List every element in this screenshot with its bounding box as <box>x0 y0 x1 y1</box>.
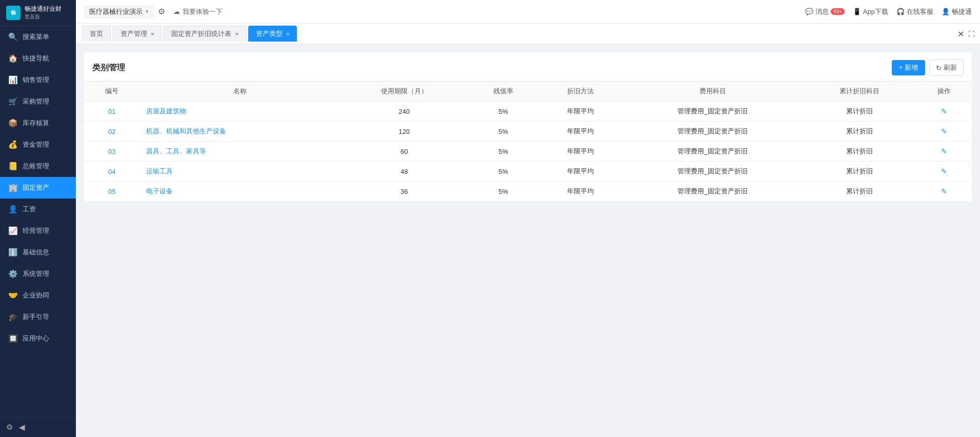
cell-action: ✎ <box>916 162 972 182</box>
col-expense: 费用科目 <box>623 82 803 102</box>
app-download-label: App下载 <box>863 7 888 16</box>
try-experience-button[interactable]: ☁ 我要体验一下 <box>169 5 227 18</box>
cell-expense: 管理费用_固定资产折旧 <box>623 122 803 142</box>
sidebar-item-base-info[interactable]: ℹ️ 基础信息 <box>0 242 76 263</box>
sidebar-item-label: 采购管理 <box>23 97 49 106</box>
sidebar-item-label: 资金管理 <box>23 140 49 149</box>
user-icon: 👤 <box>942 8 950 15</box>
cell-name[interactable]: 运输工具 <box>140 162 341 182</box>
app-selector[interactable]: 医疗器械行业演示 ▾ <box>84 5 154 18</box>
cell-code: 05 <box>84 182 140 202</box>
sidebar-item-ledger[interactable]: 📒 总账管理 <box>0 155 76 177</box>
cell-expense: 管理费用_固定资产折旧 <box>623 102 803 122</box>
refresh-button[interactable]: ↻ 刷新 <box>929 59 964 76</box>
sidebar-nav: 🔍 搜索菜单 🏠 快捷导航 📊 销售管理 🛒 采购管理 📦 库存核算 💰 资金管… <box>0 26 76 417</box>
topbar-right: 💬 消息 99+ 📱 App下载 🎧 在线客服 👤 畅捷通 <box>805 7 972 16</box>
window-close-icon[interactable]: ✕ <box>957 29 964 39</box>
cell-residual: 5% <box>468 142 538 162</box>
logo-icon: 畅 <box>6 6 21 20</box>
main-area: 医疗器械行业演示 ▾ ⚙ ☁ 我要体验一下 💬 消息 99+ 📱 App下载 🎧… <box>76 0 980 437</box>
cloud-icon: ☁ <box>173 8 180 15</box>
sidebar-item-label: 经营管理 <box>23 226 49 235</box>
cell-method: 年限平均 <box>538 122 623 142</box>
edit-icon[interactable]: ✎ <box>941 187 947 195</box>
online-service-button[interactable]: 🎧 在线客服 <box>896 7 933 16</box>
sidebar-item-search[interactable]: 🔍 搜索菜单 <box>0 26 76 48</box>
tab-asset-management-close[interactable]: × <box>151 31 154 37</box>
cell-period: 60 <box>340 142 468 162</box>
category-panel: 类别管理 + 新增 ↻ 刷新 编号 名称 使用期限（月） 残值率 <box>84 52 972 202</box>
sidebar-item-purchase[interactable]: 🛒 采购管理 <box>0 91 76 112</box>
gear-icon: ⚙️ <box>8 269 17 279</box>
tab-depreciation-report-close[interactable]: × <box>235 31 238 37</box>
collapse-icon[interactable]: ◀ <box>19 423 25 432</box>
message-button[interactable]: 💬 消息 99+ <box>805 7 845 16</box>
edit-icon[interactable]: ✎ <box>941 147 947 155</box>
edit-icon[interactable]: ✎ <box>941 107 947 115</box>
sidebar-item-label: 销售管理 <box>23 75 49 85</box>
col-code: 编号 <box>84 82 140 102</box>
tab-home-label: 首页 <box>90 29 103 38</box>
cell-code: 02 <box>84 122 140 142</box>
sidebar-item-label: 新手引导 <box>23 312 49 322</box>
sidebar-item-sales[interactable]: 📊 销售管理 <box>0 69 76 91</box>
sidebar-item-capital[interactable]: 💰 资金管理 <box>0 134 76 155</box>
trend-icon: 📈 <box>8 226 17 235</box>
tab-asset-management-label: 资产管理 <box>121 29 147 38</box>
apps-icon: 🔲 <box>8 334 17 343</box>
sidebar-item-app-center[interactable]: 🔲 应用中心 <box>0 328 76 349</box>
sidebar-item-salary[interactable]: 👤 工资 <box>0 198 76 220</box>
tab-asset-type-label: 资产类型 <box>256 29 283 38</box>
tab-asset-management[interactable]: 资产管理 × <box>113 26 162 42</box>
settings-bottom-icon[interactable]: ⚙ <box>6 423 13 432</box>
tab-home[interactable]: 首页 <box>82 26 111 42</box>
sidebar-item-quick-nav[interactable]: 🏠 快捷导航 <box>0 48 76 69</box>
cell-name[interactable]: 房屋及建筑物 <box>140 102 341 122</box>
tab-asset-type-close[interactable]: × <box>286 31 289 37</box>
app-download-button[interactable]: 📱 App下载 <box>853 7 888 16</box>
cell-action: ✎ <box>916 122 972 142</box>
cell-name[interactable]: 器具、工具、家具等 <box>140 142 341 162</box>
message-label: 消息 <box>815 7 829 16</box>
cell-method: 年限平均 <box>538 162 623 182</box>
col-residual: 残值率 <box>468 82 538 102</box>
refresh-icon: ↻ <box>936 64 942 72</box>
sidebar-item-fixed-assets[interactable]: 🏢 固定资产 <box>0 177 76 198</box>
chart-icon: 📊 <box>8 75 17 85</box>
edit-icon[interactable]: ✎ <box>941 127 947 135</box>
sidebar-item-inventory[interactable]: 📦 库存核算 <box>0 112 76 134</box>
cell-expense: 管理费用_固定资产折旧 <box>623 162 803 182</box>
cell-action: ✎ <box>916 102 972 122</box>
info-icon: ℹ️ <box>8 248 17 257</box>
home-icon: 🏠 <box>8 54 17 63</box>
sidebar-item-system[interactable]: ⚙️ 系统管理 <box>0 263 76 285</box>
panel-header: 类别管理 + 新增 ↻ 刷新 <box>84 52 972 81</box>
content-area: 类别管理 + 新增 ↻ 刷新 编号 名称 使用期限（月） 残值率 <box>76 44 980 437</box>
settings-icon[interactable]: ⚙ <box>158 7 165 16</box>
tabs-bar: 首页 资产管理 × 固定资产折旧统计表 × 资产类型 × ✕ ⛶ <box>76 24 980 44</box>
cell-method: 年限平均 <box>538 182 623 202</box>
handshake-icon: 🤝 <box>8 291 17 300</box>
col-accumulated: 累计折旧科目 <box>803 82 916 102</box>
col-action: 操作 <box>916 82 972 102</box>
online-service-label: 在线客服 <box>907 7 933 16</box>
cell-name[interactable]: 电子设备 <box>140 182 341 202</box>
building-icon: 🏢 <box>8 183 17 192</box>
window-maximize-icon[interactable]: ⛶ <box>968 30 975 38</box>
cell-name[interactable]: 机器、机械和其他生产设备 <box>140 122 341 142</box>
money-icon: 💰 <box>8 140 17 149</box>
sidebar-item-business[interactable]: 📈 经营管理 <box>0 220 76 242</box>
sidebar-item-label: 系统管理 <box>23 269 49 279</box>
cell-period: 240 <box>340 102 468 122</box>
edit-icon[interactable]: ✎ <box>941 167 947 175</box>
cell-expense: 管理费用_固定资产折旧 <box>623 182 803 202</box>
tab-asset-type[interactable]: 资产类型 × <box>248 26 297 42</box>
new-button[interactable]: + 新增 <box>892 60 925 75</box>
sidebar-item-label: 搜索菜单 <box>23 32 49 42</box>
page-title: 类别管理 <box>92 63 125 73</box>
logo-name: 畅捷通好业财 <box>25 5 62 13</box>
sidebar-item-guide[interactable]: 🎓 新手引导 <box>0 306 76 328</box>
tab-depreciation-report[interactable]: 固定资产折旧统计表 × <box>164 26 246 42</box>
user-avatar[interactable]: 👤 畅捷通 <box>942 7 972 16</box>
sidebar-item-cooperation[interactable]: 🤝 企业协同 <box>0 285 76 306</box>
